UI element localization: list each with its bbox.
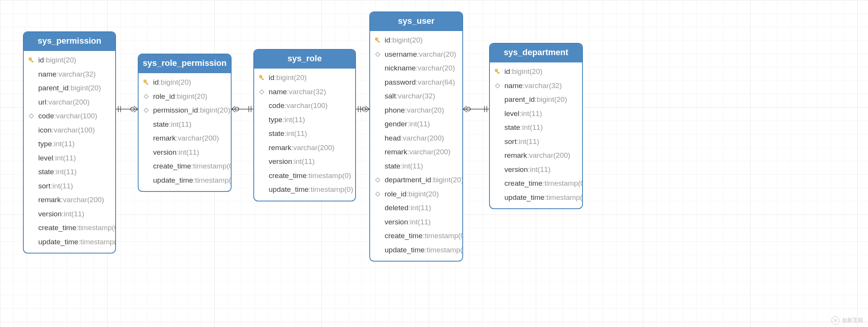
column-row: state: int(11) bbox=[490, 121, 582, 135]
column-name: id bbox=[269, 72, 274, 83]
column-type: varchar(200) bbox=[409, 147, 450, 158]
entity-header: sys_permission bbox=[24, 32, 115, 51]
column-name: sort bbox=[38, 181, 51, 192]
column-name: deleted bbox=[385, 203, 408, 214]
column-type: timestamp(0) bbox=[547, 192, 583, 203]
column-name: url bbox=[38, 97, 46, 108]
column-type: bigint(20) bbox=[46, 55, 76, 66]
blank-icon bbox=[494, 152, 501, 159]
column-type: bigint(20) bbox=[512, 66, 542, 77]
diamond-icon bbox=[494, 82, 501, 90]
svg-rect-36 bbox=[144, 108, 148, 113]
entity-sys_user[interactable]: sys_userid: bigint(20)username: varchar(… bbox=[369, 11, 463, 262]
column-row: update_time: timestamp(0) bbox=[490, 191, 582, 205]
blank-icon bbox=[494, 110, 501, 118]
column-type: int(11) bbox=[171, 119, 191, 130]
column-type: bigint(20) bbox=[161, 77, 191, 88]
columns-list: id: bigint(20)name: varchar(32)code: var… bbox=[254, 69, 355, 201]
blank-icon bbox=[374, 232, 382, 240]
entity-sys_role[interactable]: sys_roleid: bigint(20)name: varchar(32)c… bbox=[253, 49, 356, 201]
column-type: timestamp(0) bbox=[545, 178, 583, 189]
column-name: gender bbox=[385, 119, 407, 130]
column-row: create_time: timestamp(0) bbox=[370, 229, 462, 243]
column-type: varchar(200) bbox=[529, 150, 570, 161]
column-name: create_time bbox=[504, 178, 542, 189]
column-type: timestamp(0) bbox=[311, 184, 353, 195]
column-row: url: varchar(200) bbox=[24, 95, 115, 110]
svg-line-4 bbox=[134, 106, 138, 109]
column-name: type bbox=[269, 114, 282, 126]
column-type: int(11) bbox=[409, 119, 430, 130]
svg-line-25 bbox=[463, 109, 467, 112]
column-name: update_time bbox=[504, 192, 545, 203]
entity-sys_permission[interactable]: sys_permissionid: bigint(20)name: varcha… bbox=[23, 31, 116, 253]
column-name: name bbox=[38, 69, 57, 80]
column-name: parent_id bbox=[38, 83, 69, 94]
blank-icon bbox=[142, 149, 150, 156]
column-name: level bbox=[504, 108, 519, 119]
blank-icon bbox=[142, 162, 150, 170]
svg-rect-44 bbox=[375, 52, 380, 56]
column-type: timestamp(0) bbox=[193, 161, 232, 172]
column-row: update_time: timestamp(0) bbox=[24, 235, 115, 249]
column-name: code bbox=[38, 111, 54, 122]
blank-icon bbox=[28, 70, 35, 78]
column-type: varchar(64) bbox=[418, 77, 455, 88]
column-row: salt: varchar(32) bbox=[370, 89, 462, 103]
blank-icon bbox=[28, 196, 35, 204]
column-name: username bbox=[385, 49, 417, 60]
blank-icon bbox=[374, 64, 382, 72]
column-type: int(11) bbox=[56, 167, 77, 178]
diagram-canvas[interactable]: sys_permissionid: bigint(20)name: varcha… bbox=[0, 0, 868, 327]
column-row: sort: int(11) bbox=[490, 135, 582, 149]
svg-rect-35 bbox=[144, 94, 148, 98]
entity-sys_department[interactable]: sys_departmentid: bigint(20)name: varcha… bbox=[489, 43, 583, 209]
column-type: varchar(200) bbox=[48, 97, 90, 108]
blank-icon bbox=[494, 138, 501, 146]
column-type: bigint(20) bbox=[200, 105, 230, 116]
blank-icon bbox=[494, 166, 501, 173]
blank-icon bbox=[28, 140, 35, 148]
column-type: bigint(20) bbox=[392, 35, 423, 46]
entity-sys_role_permission[interactable]: sys_role_permissionid: bigint(20)role_id… bbox=[138, 54, 232, 192]
column-type: varchar(100) bbox=[56, 111, 97, 122]
column-name: type bbox=[38, 139, 52, 150]
column-row: phone: varchar(20) bbox=[370, 103, 462, 118]
column-row: version: int(11) bbox=[490, 163, 582, 177]
column-type: varchar(32) bbox=[398, 91, 435, 102]
svg-line-23 bbox=[463, 106, 467, 109]
diamond-icon bbox=[374, 51, 382, 58]
svg-line-6 bbox=[134, 109, 138, 112]
column-name: remark bbox=[385, 147, 407, 158]
column-row: parent_id: bigint(20) bbox=[490, 93, 582, 107]
column-row: type: int(11) bbox=[254, 113, 355, 127]
column-type: int(11) bbox=[55, 153, 76, 164]
column-row: name: varchar(32) bbox=[24, 67, 115, 82]
column-type: int(11) bbox=[410, 217, 431, 228]
column-row: remark: varchar(200) bbox=[24, 193, 115, 207]
columns-list: id: bigint(20)username: varchar(20)nickn… bbox=[370, 31, 462, 261]
blank-icon bbox=[494, 180, 501, 187]
column-type: varchar(200) bbox=[178, 133, 219, 144]
column-type: varchar(100) bbox=[54, 125, 95, 136]
column-row: create_time: timestamp(0) bbox=[490, 177, 582, 191]
diamond-icon bbox=[374, 190, 382, 198]
svg-rect-46 bbox=[375, 192, 380, 196]
column-name: id bbox=[38, 55, 44, 66]
svg-rect-50 bbox=[495, 83, 499, 88]
column-name: role_id bbox=[385, 189, 406, 200]
column-name: password bbox=[385, 77, 416, 88]
column-row: level: int(11) bbox=[490, 107, 582, 121]
column-name: state bbox=[38, 167, 54, 178]
column-name: version bbox=[385, 217, 408, 228]
column-name: name bbox=[504, 80, 523, 92]
column-type: int(11) bbox=[52, 181, 73, 192]
blank-icon bbox=[28, 126, 35, 134]
columns-list: id: bigint(20)name: varchar(32)parent_id… bbox=[490, 62, 582, 208]
blank-icon bbox=[28, 168, 35, 176]
column-row: create_time: timestamp(0) bbox=[139, 159, 231, 173]
blank-icon bbox=[494, 96, 501, 103]
column-row: version: int(11) bbox=[370, 215, 462, 229]
column-type: varchar(20) bbox=[418, 63, 455, 74]
column-type: int(11) bbox=[521, 108, 542, 119]
